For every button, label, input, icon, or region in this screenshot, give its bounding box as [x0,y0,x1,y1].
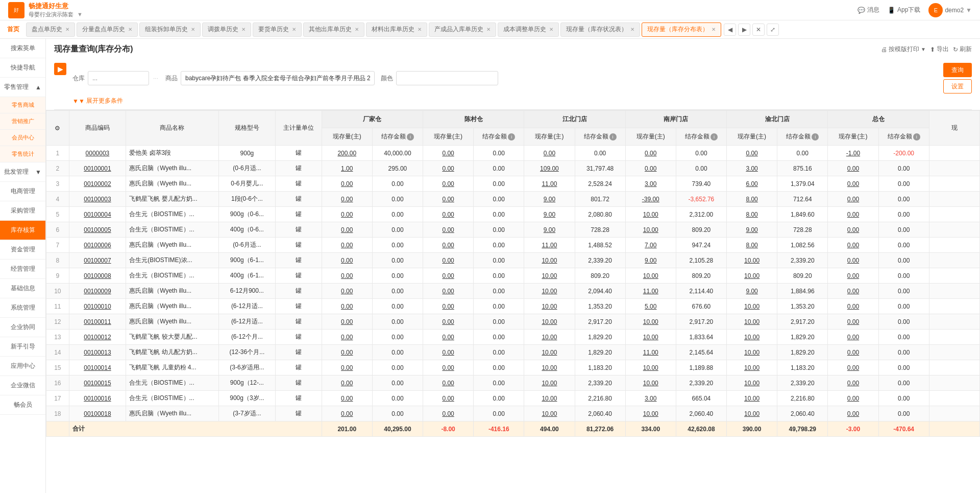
tab-close-11[interactable]: ✕ [712,27,716,32]
tab-close-6[interactable]: ✕ [355,27,359,32]
cell-jb-amt: 2,528.24 [575,176,625,192]
sidebar-item-wechat[interactable]: 企业微信 [0,376,45,395]
fc-amt-info-icon[interactable]: i [407,133,414,140]
tab-6[interactable]: 其他出库单历史 ✕ [303,22,364,37]
sidebar-item-retail-mgmt[interactable]: 零售管理 ▲ [0,78,45,97]
tab-close-3[interactable]: ✕ [191,27,195,32]
cell-cc-amt: 0.00 [474,176,524,192]
color-input[interactable] [396,71,498,85]
sidebar-item-basic-info[interactable]: 基础信息 [0,279,45,298]
cell-current [929,284,979,299]
cc-amt-info-icon[interactable]: i [508,133,515,140]
message-btn[interactable]: 💬 消息 [857,6,879,14]
cell-spec: (3-6岁适用... [218,360,276,375]
th-jb-qty: 现存量(主) [524,128,575,146]
sidebar-item-collab[interactable]: 企业协同 [0,318,45,337]
tab-9[interactable]: 成本调整单历史 ✕ [498,22,559,37]
sidebar-item-retail-stats[interactable]: 零售统计 [0,146,45,162]
cell-yb-qty: 10.00 [727,314,777,330]
cell-jb-amt: 1,353.20 [575,299,625,314]
tab-home[interactable]: 首页 [2,22,24,37]
cell-no: 9 [46,268,69,284]
tab-close-2[interactable]: ✕ [128,27,132,32]
print-btn[interactable]: 🖨 按模版打印 ▼ [881,45,926,54]
tab-7[interactable]: 材料出库单历史 ✕ [366,22,427,37]
tab-close-9[interactable]: ✕ [549,27,553,32]
sidebar-item-wholesale[interactable]: 批发管理 ▼ [0,162,45,182]
cell-jb-qty: 9.00 [524,192,575,207]
cell-jb-qty: 10.00 [524,299,575,314]
sidebar-item-member[interactable]: 会员中心 [0,130,45,146]
summary-na-amt: 42,620.08 [676,421,726,437]
th-gear[interactable]: ⚙ [46,111,69,146]
yb-amt-info-icon[interactable]: i [812,133,819,140]
user-area[interactable]: E demo2 ▼ [928,3,972,17]
filter-toggle-btn[interactable]: ▶ [54,63,66,75]
tab-expand-btn[interactable]: ⤢ [767,24,779,36]
tab-11-active[interactable]: 现存量（库存分布表） ✕ [642,22,721,37]
na-amt-info-icon[interactable]: i [710,133,718,140]
sidebar-item-ecommerce[interactable]: 电商管理 [0,182,45,201]
sidebar-item-quick-nav[interactable]: 快捷导航 [0,58,45,78]
top-right-area: 💬 消息 📱 App下载 E demo2 ▼ [857,3,972,17]
tab-1[interactable]: 盘点单历史 ✕ [26,22,75,37]
export-btn[interactable]: ⬆ 导出 [930,45,949,54]
cell-no: 8 [46,253,69,268]
tab-next-btn[interactable]: ▶ [738,24,750,36]
tab-3[interactable]: 组装拆卸单历史 ✕ [139,22,201,37]
tab-close-1[interactable]: ✕ [65,27,69,32]
cell-zc-amt: 0.00 [878,207,929,222]
cell-yb-amt: 1,379.04 [777,176,828,192]
tab-close-4[interactable]: ✕ [241,27,246,32]
cell-cc-amt: 0.00 [474,238,524,253]
sidebar-item-purchase[interactable]: 采购管理 [0,201,45,221]
cell-yb-qty: 0.00 [727,146,777,161]
query-btn[interactable]: 查询 [943,63,972,77]
tab-8[interactable]: 产成品入库单历史 ✕ [429,22,496,37]
cell-name: 惠氏启脑（Wyeth illu... [126,406,218,421]
tab-close-5[interactable]: ✕ [292,27,296,32]
tab-prev-btn[interactable]: ◀ [724,24,736,36]
sidebar-item-finance[interactable]: 资金管理 [0,240,45,260]
avatar: E [928,3,943,17]
sidebar-item-guide[interactable]: 新手引导 [0,337,45,357]
sidebar-item-system[interactable]: 系统管理 [0,298,45,318]
tab-close-10[interactable]: ✕ [630,27,634,32]
th-jb-amt: 结存金额i [575,128,625,146]
cell-yb-amt: 1,884.96 [777,284,828,299]
warehouse-input[interactable] [88,71,149,85]
tab-close-7[interactable]: ✕ [418,27,422,32]
tab-10[interactable]: 现存量（库存状况表） ✕ [560,22,640,37]
cell-no: 2 [46,161,69,176]
sidebar-item-inventory[interactable]: 库存核算 [0,221,45,240]
tab-5[interactable]: 要货单历史 ✕ [253,22,302,37]
cell-no: 6 [46,222,69,238]
setting-btn[interactable]: 设置 [943,79,972,93]
sidebar-item-retail-mall[interactable]: 零售商城 [0,97,45,113]
cell-name: 惠氏启脑（Wyeth illu... [126,161,218,176]
cell-jb-amt: 1,183.20 [575,360,625,375]
sidebar-item-member2[interactable]: 畅会员 [0,395,45,415]
sidebar-item-search[interactable]: 搜索英单 [0,39,45,58]
cell-na-amt: 0.00 [676,146,726,161]
tab-close-8[interactable]: ✕ [486,27,491,32]
jb-amt-info-icon[interactable]: i [609,133,617,140]
sidebar-item-ops[interactable]: 经营管理 [0,260,45,279]
cell-yb-amt: 0.00 [777,146,828,161]
app-download-btn[interactable]: 📱 App下载 [888,6,920,14]
product-input[interactable] [181,71,375,85]
cell-jb-qty: 0.00 [524,146,575,161]
cell-fc-qty: 0.00 [322,375,372,391]
sidebar-item-app-center[interactable]: 应用中心 [0,357,45,376]
gear-icon: ⚙ [55,125,60,132]
cell-jb-amt: 2,917.20 [575,314,625,330]
tab-close-all-btn[interactable]: ✕ [752,24,765,36]
sidebar-item-marketing[interactable]: 营销推广 [0,113,45,130]
expand-btn[interactable]: ▼▼ 展开更多条件 [72,97,972,105]
cell-na-amt: 2,312.00 [676,207,726,222]
refresh-btn[interactable]: ↻ 刷新 [953,45,972,54]
zc-amt-info-icon[interactable]: i [913,133,920,140]
tab-2[interactable]: 分量盘点单历史 ✕ [77,22,138,37]
cell-name: 合生元（BIOSTIME）... [126,375,218,391]
tab-4[interactable]: 调拨单历史 ✕ [202,22,251,37]
